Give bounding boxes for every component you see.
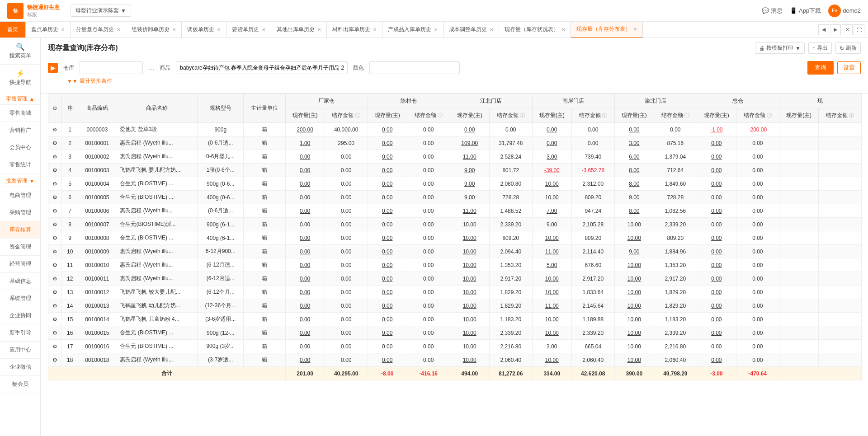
row-jiangbei-stock[interactable]: 11.00 [450, 150, 489, 164]
close-icon[interactable]: ✕ [561, 27, 565, 32]
row-chenlu-stock[interactable]: 0.00 [368, 164, 407, 177]
row-total-stock[interactable]: 0.00 [697, 313, 736, 326]
row-chenlu-stock[interactable]: 0.00 [368, 177, 407, 191]
row-yubeimen-stock[interactable]: 10.00 [614, 353, 654, 367]
sidebar-item-wholesale[interactable]: 批发管理 ▼ [0, 173, 40, 187]
row-factory-stock[interactable]: 0.00 [285, 340, 325, 353]
sidebar-item-system[interactable]: 系统管理 [0, 290, 40, 307]
row-yubeimen-stock[interactable]: 10.00 [614, 272, 654, 286]
close-icon[interactable]: ✕ [172, 27, 176, 32]
sidebar-item-enterprise[interactable]: 企业协同 [0, 307, 40, 324]
row-factory-stock[interactable]: 0.00 [285, 177, 325, 191]
row-yubeimen-stock[interactable]: 8.00 [614, 164, 654, 177]
row-chenlu-stock[interactable]: 0.00 [368, 326, 407, 340]
sidebar-item-inventory[interactable]: 库存核算 [0, 221, 40, 239]
row-chenlu-stock[interactable]: 0.00 [368, 353, 407, 367]
row-factory-stock[interactable]: 0.00 [285, 286, 325, 299]
row-yubeimen-stock[interactable]: 10.00 [614, 258, 654, 272]
row-yubeimen-stock[interactable]: 10.00 [614, 299, 654, 313]
tab-product-in[interactable]: 产成品入库单历史 ✕ [382, 22, 443, 38]
close-icon[interactable]: ✕ [434, 27, 438, 32]
sidebar-item-member2[interactable]: 畅会员 [0, 376, 40, 393]
sidebar-item-guide[interactable]: 新手引导 [0, 324, 40, 342]
row-yubeimen-stock[interactable]: 8.00 [614, 177, 654, 191]
sidebar-item-app-center[interactable]: 应用中心 [0, 342, 40, 359]
goods-input[interactable] [176, 61, 348, 74]
tab-cost-adjust[interactable]: 成本调整单历史 ✕ [443, 22, 499, 38]
row-gear[interactable]: ⚙ [48, 340, 62, 353]
sidebar-item-search[interactable]: 🔍 搜索英单 [0, 38, 40, 65]
row-total-stock[interactable]: 0.00 [697, 340, 736, 353]
row-yubeimen-stock[interactable]: 10.00 [614, 326, 654, 340]
row-gear[interactable]: ⚙ [48, 218, 62, 231]
tab-close-btn[interactable]: ✕ [842, 24, 853, 35]
sidebar-item-finance[interactable]: 资金管理 [0, 239, 40, 256]
close-icon[interactable]: ✕ [490, 27, 493, 32]
close-icon[interactable]: ✕ [61, 27, 65, 32]
row-jiangbei-stock[interactable]: 9.00 [450, 177, 489, 191]
top-menu-selector[interactable]: 母婴行业演示陈套 ▼ [71, 5, 131, 17]
messages-btn[interactable]: 💬 消息 [762, 7, 783, 15]
row-chenlu-stock[interactable]: 0.00 [368, 340, 407, 353]
tab-stock-dist[interactable]: 现存量（库存分布表） ✕ [571, 22, 643, 38]
row-jiangbei-stock[interactable]: 10.00 [450, 258, 489, 272]
row-factory-stock[interactable]: 0.00 [285, 231, 325, 245]
row-factory-stock[interactable]: 200.00 [285, 123, 325, 136]
row-nanan-stock[interactable]: 10.00 [532, 353, 571, 367]
row-chenlu-stock[interactable]: 0.00 [368, 150, 407, 164]
print-btn[interactable]: 🖨 按模板打印 ▼ [755, 42, 805, 54]
row-gear[interactable]: ⚙ [48, 286, 62, 299]
row-chenlu-stock[interactable]: 0.00 [368, 191, 407, 204]
row-gear[interactable]: ⚙ [48, 164, 62, 177]
row-yubeimen-stock[interactable]: 8.00 [614, 204, 654, 218]
row-gear[interactable]: ⚙ [48, 313, 62, 326]
row-nanan-stock[interactable]: 10.00 [532, 272, 571, 286]
row-factory-stock[interactable]: 0.00 [285, 353, 325, 367]
close-icon[interactable]: ✕ [217, 27, 221, 32]
row-chenlu-stock[interactable]: 0.00 [368, 299, 407, 313]
close-icon[interactable]: ✕ [262, 27, 265, 32]
sidebar-item-purchase[interactable]: 采购管理 [0, 204, 40, 221]
tab-stock-status[interactable]: 现存量（库存状况表） ✕ [499, 22, 571, 38]
row-yubeimen-stock[interactable]: 10.00 [614, 313, 654, 326]
row-total-stock[interactable]: 0.00 [697, 177, 736, 191]
row-chenlu-stock[interactable]: 0.00 [368, 272, 407, 286]
row-nanan-stock[interactable]: 11.00 [532, 299, 571, 313]
row-factory-stock[interactable]: 0.00 [285, 164, 325, 177]
row-yubeimen-stock[interactable]: 9.00 [614, 245, 654, 258]
row-nanan-stock[interactable]: 0.00 [532, 123, 571, 136]
row-nanan-stock[interactable]: -39.00 [532, 164, 571, 177]
row-factory-stock[interactable]: 0.00 [285, 204, 325, 218]
warehouse-ellipsis[interactable]: ... [148, 64, 154, 72]
row-total-stock[interactable]: 0.00 [697, 272, 736, 286]
row-nanan-stock[interactable]: 10.00 [532, 286, 571, 299]
row-nanan-stock[interactable]: 10.00 [532, 177, 571, 191]
row-jiangbei-stock[interactable]: 10.00 [450, 340, 489, 353]
close-icon[interactable]: ✕ [117, 27, 120, 32]
row-gear[interactable]: ⚙ [48, 299, 62, 313]
row-chenlu-stock[interactable]: 0.00 [368, 313, 407, 326]
row-jiangbei-stock[interactable]: 9.00 [450, 191, 489, 204]
row-factory-stock[interactable]: 0.00 [285, 245, 325, 258]
row-nanan-stock[interactable]: 5.00 [532, 258, 571, 272]
row-nanan-stock[interactable]: 3.00 [532, 150, 571, 164]
row-nanan-stock[interactable]: 10.00 [532, 231, 571, 245]
row-factory-stock[interactable]: 0.00 [285, 272, 325, 286]
sidebar-item-basics[interactable]: 基础信息 [0, 273, 40, 290]
sidebar-item-member[interactable]: 会员中心 [0, 139, 40, 156]
row-nanan-stock[interactable]: 10.00 [532, 326, 571, 340]
row-factory-stock[interactable]: 1.00 [285, 136, 325, 150]
row-factory-stock[interactable]: 0.00 [285, 191, 325, 204]
sidebar-item-shortcuts[interactable]: ⚡ 快捷导航 [0, 65, 40, 91]
row-total-stock[interactable]: 0.00 [697, 191, 736, 204]
sidebar-item-wechat[interactable]: 企业微信 [0, 359, 40, 376]
row-yubeimen-stock[interactable]: 6.00 [614, 150, 654, 164]
row-gear[interactable]: ⚙ [48, 191, 62, 204]
row-jiangbei-stock[interactable]: 10.00 [450, 326, 489, 340]
row-total-stock[interactable]: 0.00 [697, 218, 736, 231]
expand-more-btn[interactable]: ▼▼ 展开更多条件 [67, 77, 112, 85]
tab-material-out[interactable]: 材料出库单历史 ✕ [327, 22, 382, 38]
row-jiangbei-stock[interactable]: 9.00 [450, 164, 489, 177]
sidebar-item-retail-store[interactable]: 零售商城 [0, 105, 40, 122]
tab-distribute-stocktake[interactable]: 分量盘点单历史 ✕ [71, 22, 126, 38]
